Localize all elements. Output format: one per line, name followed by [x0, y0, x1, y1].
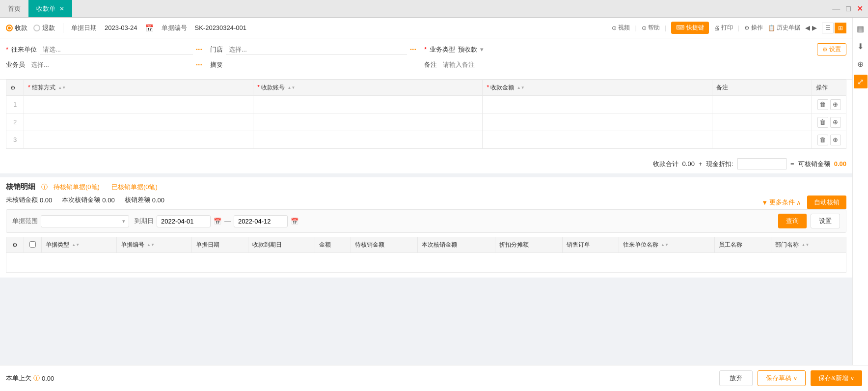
row3-remark[interactable] — [712, 131, 812, 149]
save-new-button[interactable]: 保存&新增 ∨ — [811, 370, 862, 386]
maximize-button[interactable]: □ — [846, 4, 851, 13]
view-list-button[interactable]: ☰ — [822, 23, 834, 33]
history-link[interactable]: 📋 历史单据 — [768, 24, 800, 32]
counterparty-input[interactable] — [40, 44, 193, 55]
settings-icon: ⚙ — [822, 46, 828, 53]
date-to-input[interactable] — [234, 215, 288, 227]
minimize-button[interactable]: — — [832, 4, 840, 13]
bt-staff-header: 员工名称 — [714, 237, 771, 253]
staff-input[interactable] — [28, 59, 193, 70]
receipt-total-value: 0.00 — [682, 160, 695, 168]
col-amount-sort: ▲▼ — [517, 86, 525, 90]
row3-settle-method[interactable] — [24, 131, 253, 149]
row1-remark[interactable] — [712, 96, 812, 113]
form-row-1: * 往来单位 ··· 门店 ··· * 业务类型 预收款 ▾ ⚙ — [6, 43, 846, 56]
print-link[interactable]: 🖨 打印 — [714, 24, 733, 32]
row2-remark[interactable] — [712, 113, 812, 131]
bill-date-value: 2023-03-24 — [105, 24, 137, 31]
summary-label: 摘要 — [210, 60, 223, 69]
nav-arrows: ◀ ▶ — [805, 24, 817, 31]
form-section: * 往来单位 ··· 门店 ··· * 业务类型 预收款 ▾ ⚙ — [0, 38, 852, 80]
close-button[interactable]: ✕ — [857, 4, 863, 13]
row3-copy-button[interactable]: ⊕ — [830, 135, 841, 145]
cal-icon-from[interactable]: 📅 — [214, 218, 221, 225]
unreconciled-stat: 未核销金额 0.00 — [6, 196, 52, 204]
abandon-button[interactable]: 放弃 — [719, 370, 753, 386]
row1-receipt-account[interactable] — [253, 96, 483, 113]
bt-settings-header[interactable]: ⚙ — [6, 237, 24, 253]
table-icon[interactable]: ▦ — [854, 22, 868, 35]
bill-no-label: 单据编号 — [162, 24, 187, 32]
store-more-button[interactable]: ··· — [410, 45, 416, 54]
refund-radio[interactable]: 退款 — [33, 24, 55, 32]
completed-tab[interactable]: 已核销单据(0笔) — [111, 183, 158, 192]
view-grid-button[interactable]: ⊞ — [835, 23, 846, 33]
query-button[interactable]: 查询 — [778, 214, 807, 228]
tab-home[interactable]: 首页 — [0, 0, 28, 17]
auto-recon-button[interactable]: 自动核销 — [807, 196, 846, 209]
biz-type-arrow[interactable]: ▾ — [480, 46, 484, 53]
bt-counterparty-header: 往来单位名称 ▲▼ — [619, 237, 714, 253]
bt-select-all[interactable] — [29, 241, 36, 248]
cal-icon-to[interactable]: 📅 — [291, 218, 298, 225]
row2-receipt-amount[interactable] — [483, 113, 712, 131]
nav-next[interactable]: ▶ — [812, 24, 817, 31]
row3-delete-button[interactable]: 🗑 — [817, 135, 828, 145]
expand-icon[interactable]: ⤢ — [854, 75, 868, 88]
filter-setting-button[interactable]: 设置 — [811, 214, 840, 228]
pending-tab[interactable]: 待核销单据(0笔) — [54, 183, 100, 192]
current-value: 0.00 — [102, 196, 114, 204]
row1-delete-button[interactable]: 🗑 — [817, 99, 828, 110]
date-dash: — — [224, 218, 231, 225]
recon-info-icon[interactable]: ⓘ — [41, 183, 48, 192]
date-from-input[interactable] — [157, 215, 211, 227]
row2-delete-button[interactable]: 🗑 — [817, 117, 828, 128]
link-icon[interactable]: ⊕ — [854, 57, 868, 71]
row2-copy-button[interactable]: ⊕ — [830, 117, 841, 128]
row1-settle-method[interactable] — [24, 96, 253, 113]
cash-discount-input[interactable] — [737, 158, 787, 169]
video-link[interactable]: ⊙ 视频 — [612, 24, 630, 32]
save-draft-button[interactable]: 保存草稿 ∨ — [758, 370, 806, 386]
summary-input[interactable] — [226, 59, 416, 70]
tab-receipt-close[interactable]: ✕ — [59, 5, 64, 12]
net-amount-value: 0.00 — [834, 160, 846, 168]
this-order-info-icon[interactable]: ⓘ — [33, 374, 40, 383]
help-icon: ⊙ — [642, 25, 647, 31]
receipt-total-label: 收款合计 — [653, 160, 678, 168]
current-label: 本次核销金额 — [62, 196, 100, 204]
receipt-radio[interactable]: 收款 — [6, 24, 27, 32]
net-amount-label: 可核销金额 — [798, 160, 830, 168]
bt-checkbox-header[interactable] — [24, 237, 42, 253]
store-input[interactable] — [226, 44, 407, 55]
row1-receipt-amount[interactable] — [483, 96, 712, 113]
counterparty-required: * — [6, 46, 8, 53]
nav-prev[interactable]: ◀ — [805, 24, 810, 31]
staff-more-button[interactable]: ··· — [196, 60, 202, 69]
receipt-radio-label: 收款 — [15, 24, 27, 32]
biz-type-field: * 业务类型 预收款 ▾ — [424, 45, 809, 54]
import-icon[interactable]: ⬇ — [854, 39, 868, 53]
row1-copy-button[interactable]: ⊕ — [830, 99, 841, 110]
bt-due-date-header: 收款到期日 — [248, 237, 315, 253]
bill-date-icon[interactable]: 📅 — [145, 24, 154, 32]
biz-type-required: * — [424, 46, 427, 53]
range-select[interactable] — [41, 215, 129, 227]
shortcut-button[interactable]: ⌨ 快捷键 — [671, 22, 708, 34]
row2-receipt-account[interactable] — [253, 113, 483, 131]
remark-input[interactable] — [440, 59, 846, 70]
counterparty-more-button[interactable]: ··· — [196, 45, 202, 54]
footer-actions: 放弃 保存草稿 ∨ 保存&新增 ∨ — [719, 370, 862, 386]
help-link[interactable]: ⊙ 帮助 — [642, 24, 660, 32]
more-conditions-button[interactable]: ▼ 更多条件 ∧ — [761, 198, 801, 207]
row3-receipt-amount[interactable] — [483, 131, 712, 149]
settings-button[interactable]: ⚙ 设置 — [817, 43, 846, 56]
store-label: 门店 — [210, 45, 223, 54]
operate-link[interactable]: ⚙ 操作 — [744, 24, 763, 32]
row2-settle-method[interactable] — [24, 113, 253, 131]
col-settings-header[interactable]: ⚙ — [6, 80, 24, 96]
row3-receipt-account[interactable] — [253, 131, 483, 149]
tab-receipt[interactable]: 收款单 ✕ — [28, 0, 72, 17]
bt-bill-no-sort: ▲▼ — [147, 243, 155, 247]
col-settings-icon: ⚙ — [10, 84, 16, 91]
